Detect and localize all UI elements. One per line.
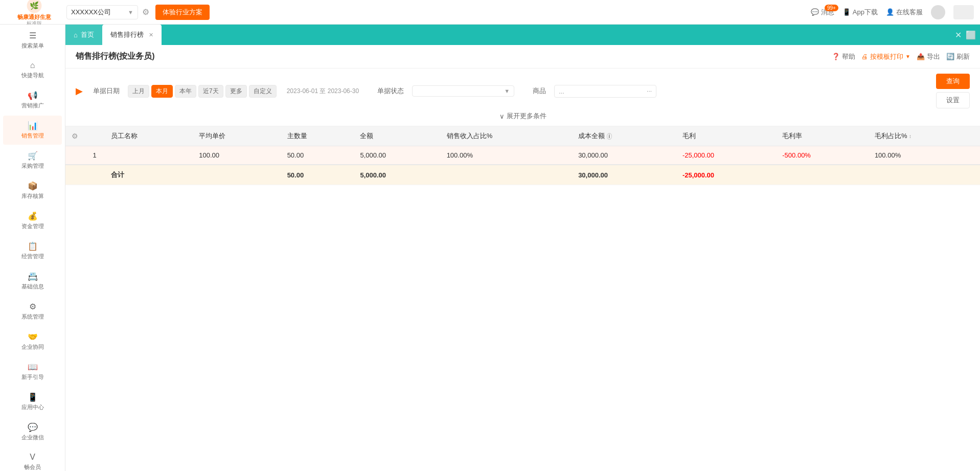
sidebar-label-operations: 经营管理 bbox=[21, 253, 44, 260]
sidebar-item-enterprise-collab[interactable]: 🤝企业协同 bbox=[3, 327, 62, 356]
col-header-settings[interactable]: ⚙ bbox=[65, 126, 84, 146]
sidebar-label-enterprise-wechat: 企业微信 bbox=[21, 434, 44, 441]
filter-collapse-icon[interactable]: ▶ bbox=[76, 85, 83, 97]
sidebar-item-beginner-guide[interactable]: 📖新手引导 bbox=[3, 357, 62, 386]
sidebar-icon-sys-mgmt: ⚙ bbox=[29, 302, 36, 311]
message-badge: 99+ bbox=[825, 5, 838, 11]
custom-btn[interactable]: 自定义 bbox=[249, 85, 277, 98]
online-service-btn[interactable]: 👤 在线客服 bbox=[886, 8, 923, 17]
online-service-label: 在线客服 bbox=[896, 8, 923, 17]
sidebar-icon-quick-nav: ⌂ bbox=[30, 61, 35, 70]
col-header-gross-pct: 毛利占比% ↕ bbox=[869, 126, 980, 146]
gross-pct-sort-icon[interactable]: ↕ bbox=[909, 133, 911, 139]
help-label: 帮助 bbox=[842, 52, 855, 61]
table-row: 1 100.00 50.00 5,000.00 100.00% 30,000.0… bbox=[65, 146, 980, 165]
refresh-btn[interactable]: 🔄 刷新 bbox=[946, 52, 970, 61]
table-settings-icon[interactable]: ⚙ bbox=[72, 132, 78, 140]
sidebar-icon-basic-info: 📇 bbox=[28, 272, 38, 281]
svg-text:🌿: 🌿 bbox=[30, 1, 39, 10]
sidebar-item-quick-nav[interactable]: ⌂快捷导航 bbox=[3, 56, 62, 84]
last-7days-btn[interactable]: 近7天 bbox=[198, 85, 223, 98]
sidebar-item-sys-mgmt[interactable]: ⚙系统管理 bbox=[3, 297, 62, 326]
sidebar-label-sys-mgmt: 系统管理 bbox=[21, 313, 44, 321]
row-gross-profit-0: -25,000.00 bbox=[676, 146, 776, 165]
sidebar-item-vip[interactable]: V畅会员 bbox=[3, 447, 62, 471]
home-icon: ⌂ bbox=[74, 31, 78, 39]
tab-restore-icon[interactable]: ⬜ bbox=[966, 30, 976, 40]
product-placeholder: ... bbox=[559, 87, 564, 95]
sidebar-icon-search-order: ☰ bbox=[29, 31, 36, 40]
tab-close-window-icon[interactable]: ✕ bbox=[955, 30, 962, 40]
col-header-avg-price: 平均单价 bbox=[193, 126, 281, 146]
sidebar-label-quick-nav: 快捷导航 bbox=[21, 72, 44, 79]
sidebar-label-search-order: 搜索菜单 bbox=[21, 42, 44, 50]
app-icon: 📱 bbox=[842, 8, 851, 16]
message-btn[interactable]: 💬 消息 99+ bbox=[811, 8, 834, 17]
sidebar-item-app-center[interactable]: 📱应用中心 bbox=[3, 387, 62, 416]
sidebar-item-marketing[interactable]: 📢营销推广 bbox=[3, 85, 62, 115]
sidebar-item-enterprise-wechat[interactable]: 💬企业微信 bbox=[3, 417, 62, 446]
avatar[interactable] bbox=[931, 5, 945, 19]
chevron-down-icon: ▼ bbox=[128, 9, 133, 15]
row-settings-0 bbox=[65, 146, 84, 165]
sidebar-item-sales-mgmt[interactable]: 📊销售管理 bbox=[3, 116, 62, 145]
settings-btn[interactable]: 设置 bbox=[936, 92, 970, 108]
app-download-btn[interactable]: 📱 App下载 bbox=[842, 8, 878, 17]
doc-date-label: 单据日期 bbox=[93, 86, 120, 96]
tab-home[interactable]: ⌂ 首页 bbox=[65, 25, 102, 45]
export-label: 导出 bbox=[927, 52, 940, 61]
sidebar-label-sales-mgmt: 销售管理 bbox=[21, 132, 44, 140]
sidebar-icon-beginner-guide: 📖 bbox=[28, 362, 38, 372]
help-btn[interactable]: ❓ 帮助 bbox=[832, 52, 855, 61]
sidebar-item-search-order[interactable]: ☰搜索菜单 bbox=[3, 26, 62, 55]
sidebar-label-enterprise-collab: 企业协同 bbox=[21, 343, 44, 351]
footer-avg-price bbox=[193, 165, 281, 185]
more-btn[interactable]: 更多 bbox=[225, 85, 247, 98]
sidebar-icon-marketing: 📢 bbox=[28, 91, 38, 100]
product-input[interactable]: ... ··· bbox=[554, 85, 656, 98]
sidebar-item-basic-info[interactable]: 📇基础信息 bbox=[3, 266, 62, 296]
sidebar-label-finance: 资金管理 bbox=[21, 222, 44, 230]
refresh-icon: 🔄 bbox=[946, 53, 954, 60]
export-btn[interactable]: 📤 导出 bbox=[917, 52, 940, 61]
sidebar-item-finance[interactable]: 💰资金管理 bbox=[3, 206, 62, 235]
doc-status-label: 单据状态 bbox=[377, 86, 404, 96]
col-header-emp-name: 员工名称 bbox=[105, 126, 193, 146]
sidebar-label-beginner-guide: 新手引导 bbox=[21, 373, 44, 381]
sidebar-item-operations[interactable]: 📋经营管理 bbox=[3, 236, 62, 265]
company-settings-icon[interactable]: ⚙ bbox=[142, 7, 149, 17]
page-header: 销售排行榜(按业务员) ❓ 帮助 🖨 按模板打印 ▼ 📤 bbox=[65, 45, 980, 69]
expand-more-label: 展开更多条件 bbox=[507, 111, 546, 121]
col-header-sales-pct: 销售收入占比% bbox=[441, 126, 572, 146]
footer-gross-pct bbox=[869, 165, 980, 185]
sidebar-label-inventory: 库存核算 bbox=[21, 192, 44, 200]
date-filter-buttons: 上月 本月 本年 近7天 更多 自定义 bbox=[128, 85, 277, 98]
filter-area: ▶ 单据日期 上月 本月 本年 近7天 更多 自定义 2023-06-01 至 … bbox=[65, 69, 980, 126]
row-rank-0: 1 bbox=[84, 146, 105, 165]
sidebar-item-inventory[interactable]: 📦库存核算 bbox=[3, 176, 62, 205]
template-print-label: 按模板打印 bbox=[870, 52, 903, 61]
company-name: XXXXXX公司 bbox=[71, 8, 111, 17]
tab-sales-ranking[interactable]: 销售排行榜 ✕ bbox=[102, 25, 162, 45]
tab-close-icon[interactable]: ✕ bbox=[149, 32, 153, 38]
query-btn[interactable]: 查询 bbox=[936, 74, 970, 89]
trial-button[interactable]: 体验行业方案 bbox=[155, 5, 210, 20]
footer-sales-pct bbox=[441, 165, 572, 185]
last-month-btn[interactable]: 上月 bbox=[128, 85, 149, 98]
footer-main-qty: 50.00 bbox=[281, 165, 354, 185]
template-print-btn[interactable]: 🖨 按模板打印 ▼ bbox=[861, 52, 910, 61]
cost-info-icon[interactable]: i bbox=[607, 133, 612, 140]
user-name-display bbox=[953, 5, 974, 19]
date-range-display: 2023-06-01 至 2023-06-30 bbox=[287, 87, 359, 96]
row-avg-price-0: 100.00 bbox=[193, 146, 281, 165]
table-footer-row: 合计 50.00 5,000.00 30,000.00 -25,000.00 bbox=[65, 165, 980, 185]
sidebar-item-purchase-mgmt[interactable]: 🛒采购管理 bbox=[3, 146, 62, 175]
current-year-btn[interactable]: 本年 bbox=[175, 85, 196, 98]
row-main-qty-0: 50.00 bbox=[281, 146, 354, 165]
logo-area: 🌿 畅康通好生意 标准版 bbox=[6, 0, 62, 27]
doc-status-select[interactable]: ▼ bbox=[412, 85, 514, 97]
current-month-btn[interactable]: 本月 bbox=[151, 85, 173, 98]
col-header-gross-profit: 毛利 bbox=[676, 126, 776, 146]
expand-more-btn[interactable]: ∨ 展开更多条件 bbox=[499, 111, 546, 121]
company-selector[interactable]: XXXXXX公司 ▼ bbox=[66, 5, 138, 19]
